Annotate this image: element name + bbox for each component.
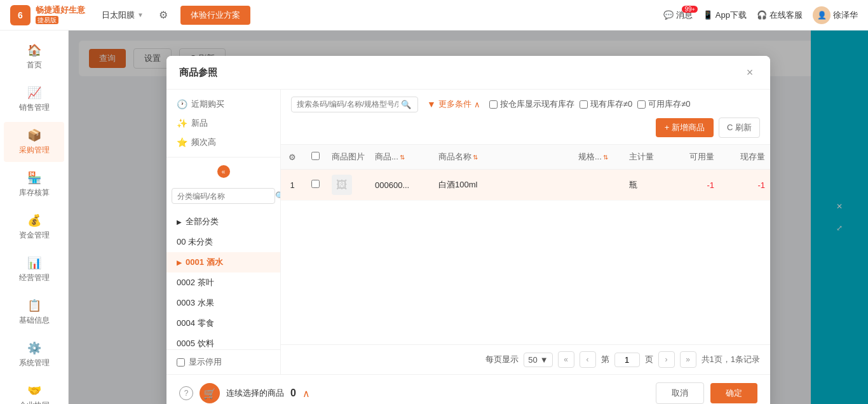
filter-button[interactable]: ▼ 更多条件 ∧ xyxy=(423,96,484,112)
system-icon: ⚙️ xyxy=(27,341,41,355)
page-number-input[interactable] xyxy=(614,353,640,367)
first-page-button[interactable]: « xyxy=(558,351,574,368)
category-label-0005: 0005 饮料 xyxy=(177,338,214,349)
app-download-label: App下载 xyxy=(715,10,747,21)
col-header-name[interactable]: 商品名称⇅ xyxy=(433,145,573,170)
add-product-button[interactable]: + 新增商品 xyxy=(656,118,714,137)
prev-page-button[interactable]: ‹ xyxy=(580,351,596,368)
category-item-00[interactable]: 00 未分类 xyxy=(166,232,280,252)
row-checkbox-cell xyxy=(304,170,327,201)
collapse-button[interactable]: « xyxy=(217,165,230,178)
col-header-stock: 现存量 xyxy=(719,145,770,170)
sidebar-label-purchase: 采购管理 xyxy=(19,145,50,156)
user-item[interactable]: 👤 徐泽华 xyxy=(813,6,858,24)
col-header-settings[interactable]: ⚙ xyxy=(281,145,304,170)
category-panel: 🕐 近期购买 ✨ 新品 ⭐ 频次高 xyxy=(166,90,281,374)
modal-backdrop: 商品参照 × 🕐 近期购买 ✨ 新 xyxy=(69,30,868,404)
search-icon[interactable]: 🔍 xyxy=(401,100,411,109)
category-item-0004[interactable]: 0004 零食 xyxy=(166,313,280,333)
shortcut-recent[interactable]: 🕐 近期购买 xyxy=(172,95,275,114)
col-header-spec[interactable]: 规格...⇅ xyxy=(573,145,624,170)
show-disabled-checkbox[interactable] xyxy=(177,358,185,367)
online-service-item[interactable]: 🎧 在线客服 xyxy=(757,10,803,21)
product-table: ⚙ 商品图片 商品...⇅ xyxy=(281,145,770,201)
chevron-up-button[interactable]: ∧ xyxy=(302,387,310,400)
shortcut-new[interactable]: ✨ 新品 xyxy=(172,114,275,133)
last-page-button[interactable]: » xyxy=(680,351,696,368)
clock-icon: 🕐 xyxy=(177,99,187,109)
table-row[interactable]: 1 🖼 000600... 白酒100ml xyxy=(281,170,770,201)
sidebar-item-finance[interactable]: 💰 资金管理 xyxy=(4,207,64,247)
row-num: 1 xyxy=(281,170,304,201)
row-unit: 瓶 xyxy=(624,170,668,201)
gear-icon[interactable]: ⚙ xyxy=(154,6,173,25)
category-label-0003: 0003 水果 xyxy=(177,297,214,309)
cart-text: 连续选择的商品 xyxy=(226,387,284,399)
collab-icon: 🤝 xyxy=(27,384,41,398)
sidebar-item-collab[interactable]: 🤝 企业协同 xyxy=(4,377,64,404)
sidebar-item-sales[interactable]: 📈 销售管理 xyxy=(4,79,64,119)
sales-icon: 📈 xyxy=(27,86,41,100)
logo-icon: 6 xyxy=(10,5,31,25)
next-page-button[interactable]: › xyxy=(658,351,675,368)
category-shortcuts: 🕐 近期购买 ✨ 新品 ⭐ 频次高 xyxy=(166,90,280,158)
category-item-all[interactable]: ▶ 全部分类 xyxy=(166,212,280,232)
category-item-0003[interactable]: 0003 水果 xyxy=(166,293,280,313)
row-checkbox[interactable] xyxy=(311,180,320,188)
footer-right: 取消 确定 xyxy=(656,382,757,404)
page-word: 第 xyxy=(601,354,609,365)
notification-item[interactable]: 💬 消息 99+ xyxy=(663,10,693,21)
shortcut-frequent[interactable]: ⭐ 频次高 xyxy=(172,133,275,152)
page-label: 页 xyxy=(645,354,653,365)
checkbox-avail[interactable] xyxy=(580,100,588,109)
sort-icon-code: ⇅ xyxy=(400,154,405,161)
checkbox-usable[interactable] xyxy=(637,100,646,109)
col-header-unit: 主计量 xyxy=(624,145,668,170)
category-search-icon[interactable]: 🔍 xyxy=(275,191,281,201)
product-table-container: ⚙ 商品图片 商品...⇅ xyxy=(281,145,770,344)
notification-badge: 99+ xyxy=(682,6,697,13)
checkbox-stock-label[interactable]: 按仓库显示现有库存 xyxy=(489,98,574,110)
row-avail: -1 xyxy=(668,170,719,201)
category-item-0001[interactable]: ▶ 0001 酒水 xyxy=(166,252,280,273)
confirm-button[interactable]: 确定 xyxy=(710,383,757,403)
experience-button[interactable]: 体验行业方案 xyxy=(180,6,250,25)
category-list: ▶ 全部分类 00 未分类 ▶ 0001 酒水 0002 茶 xyxy=(166,209,280,349)
sidebar-label-sales: 销售管理 xyxy=(19,102,50,113)
filter-label: 更多条件 xyxy=(438,98,471,110)
checkbox-avail-label[interactable]: 现有库存≠0 xyxy=(580,98,632,110)
checkbox-stock[interactable] xyxy=(489,100,498,109)
refresh-button[interactable]: C 刷新 xyxy=(719,118,760,138)
category-item-0002[interactable]: 0002 茶叶 xyxy=(166,273,280,293)
finance-icon: 💰 xyxy=(27,213,41,227)
category-label-all: 全部分类 xyxy=(186,216,219,227)
store-selector[interactable]: 日太阳膜 ▼ xyxy=(97,7,149,24)
sidebar-item-basic-info[interactable]: 📋 基础信息 xyxy=(4,292,64,332)
sidebar-item-operations[interactable]: 📊 经营管理 xyxy=(4,250,64,290)
sidebar-label-collab: 企业协同 xyxy=(19,400,50,404)
sidebar-item-system[interactable]: ⚙️ 系统管理 xyxy=(4,335,64,375)
help-icon: ? xyxy=(184,389,189,398)
sidebar-item-purchase[interactable]: 📦 采购管理 xyxy=(4,122,64,162)
help-button[interactable]: ? xyxy=(179,386,193,400)
main-layout: 🏠 首页 📈 销售管理 📦 采购管理 🏪 库存核算 💰 资金管理 📊 经营管理 … xyxy=(0,30,868,404)
product-thumbnail: 🖼 xyxy=(332,175,352,195)
checkbox-usable-label[interactable]: 可用库存≠0 xyxy=(637,98,690,110)
store-name: 日太阳膜 xyxy=(102,10,135,21)
product-search-input[interactable] xyxy=(297,100,398,109)
app-download-item[interactable]: 📱 App下载 xyxy=(703,10,747,21)
col-header-code[interactable]: 商品...⇅ xyxy=(370,145,433,170)
category-item-0005[interactable]: 0005 饮料 xyxy=(166,333,280,349)
cart-info: ? 🛒 连续选择的商品 0 ∧ xyxy=(179,383,310,403)
sidebar-item-home[interactable]: 🏠 首页 xyxy=(4,37,64,77)
category-search-input[interactable] xyxy=(177,192,273,201)
cancel-button[interactable]: 取消 xyxy=(656,382,704,404)
headset-icon: 🎧 xyxy=(757,10,767,20)
sidebar-item-inventory[interactable]: 🏪 库存核算 xyxy=(4,165,64,205)
chevron-down-icon: ▼ xyxy=(540,355,548,365)
select-all-checkbox[interactable] xyxy=(311,152,320,160)
chevron-up-icon: ∧ xyxy=(474,100,480,109)
modal-close-button[interactable]: × xyxy=(742,65,757,80)
modal-title: 商品参照 xyxy=(179,67,217,79)
page-size-select[interactable]: 50 ▼ xyxy=(524,353,552,367)
